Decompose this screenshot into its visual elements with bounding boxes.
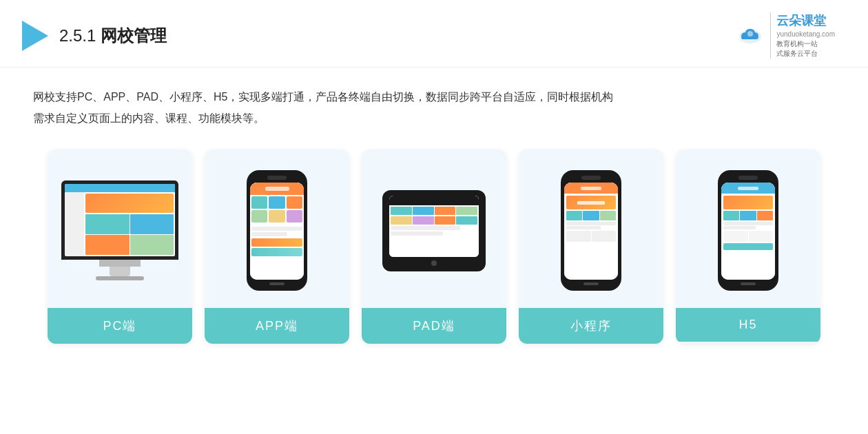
phone-notch-app [267,176,287,180]
pc-screen-outer [61,180,178,260]
phone-notch-mini [581,176,601,180]
card-h5-image [676,149,820,308]
card-pad-label: PAD端 [362,308,506,344]
device-pc-mockup [61,180,178,280]
card-miniprogram-image [519,149,663,308]
phone-home-h5 [741,282,756,285]
header: 2.5.1 网校管理 云朵课堂 yunduoketang.com 教育机构一站 … [0,0,868,68]
phone-screen-app [250,183,304,280]
card-h5-label: H5 [676,308,820,342]
pc-base [99,260,141,267]
phone-notch-h5 [738,176,758,180]
phone-screen-mini [564,183,618,280]
brand-text: 云朵课堂 yunduoketang.com 教育机构一站 式服务云平台 [770,12,835,59]
description-text: 网校支持PC、APP、PAD、小程序、H5，实现多端打通，产品各终端自由切换，数… [33,87,835,129]
page-title: 2.5.1 网校管理 [59,25,167,47]
cloud-icon [736,21,765,50]
phone-outer-mini [561,170,621,291]
phone-outer-app [247,170,307,291]
card-app-image [205,149,349,308]
header-left: 2.5.1 网校管理 [22,21,167,51]
phone-outer-h5 [718,170,778,291]
card-pad: PAD端 [362,149,506,344]
logo-triangle-icon [22,21,48,51]
pad-home-dot [431,260,437,266]
card-pad-image [362,149,506,308]
page: 2.5.1 网校管理 云朵课堂 yunduoketang.com 教育机构一站 … [0,0,868,434]
brand-logo: 云朵课堂 yunduoketang.com 教育机构一站 式服务云平台 [736,12,835,59]
device-pad-mockup [382,190,486,271]
device-cards-row: PC端 [33,149,835,344]
brand-tagline: 教育机构一站 式服务云平台 [776,39,835,59]
phone-home-app [269,282,285,285]
card-pc-image [48,149,192,308]
card-app-label: APP端 [205,308,349,344]
device-h5-mockup [718,170,778,291]
content-area: 网校支持PC、APP、PAD、小程序、H5，实现多端打通，产品各终端自由切换，数… [0,68,868,434]
pc-screen-inner [65,184,175,256]
device-miniprogram-mockup [561,170,621,291]
card-miniprogram: 小程序 [519,149,663,344]
header-right: 云朵课堂 yunduoketang.com 教育机构一站 式服务云平台 [736,12,835,59]
section-number: 2.5.1 [59,26,101,45]
pad-screen [389,196,479,257]
card-miniprogram-label: 小程序 [519,308,663,344]
pc-foot [96,276,144,280]
phone-screen-h5 [721,183,775,280]
phone-home-mini [583,282,599,285]
device-app-mockup [247,170,307,291]
card-pc: PC端 [48,149,192,344]
section-title: 网校管理 [101,26,167,45]
svg-point-1 [747,31,753,37]
card-app: APP端 [205,149,349,344]
card-h5: H5 [676,149,820,344]
brand-name: 云朵课堂 [776,12,835,30]
pc-stand [110,267,130,276]
brand-url: yunduoketang.com [776,30,835,39]
pad-outer [382,190,486,271]
card-pc-label: PC端 [48,308,192,344]
